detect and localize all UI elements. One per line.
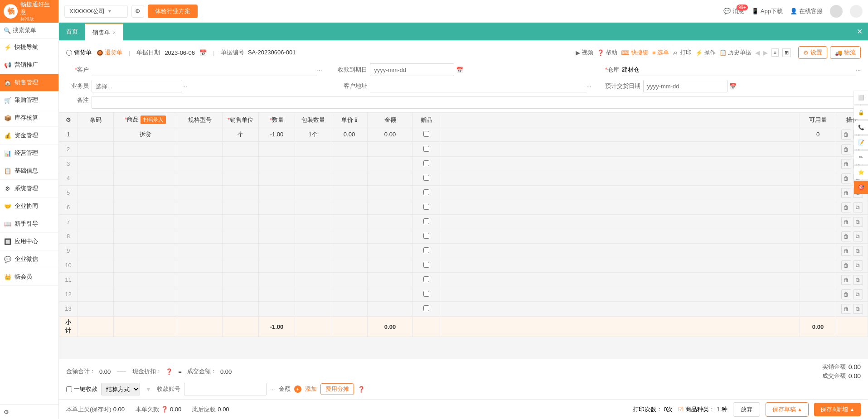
cell-spec-11[interactable] [177, 273, 223, 287]
receipt-date-input[interactable] [370, 63, 454, 76]
cell-unit-12[interactable] [223, 287, 259, 302]
search-menu-item[interactable]: 🔍 搜索菜单 [0, 23, 58, 39]
calendar-icon[interactable]: 📅 [199, 49, 207, 56]
sidebar-item-appstore[interactable]: 🔲 应用中心 [0, 233, 58, 250]
delete-row-btn-1[interactable]: 🗑 [841, 130, 851, 140]
sidebar-item-finance[interactable]: 💰 资金管理 [0, 127, 58, 144]
header-gear-button[interactable]: ⚙ [131, 5, 144, 18]
message-button[interactable]: 💬 消息 99+ [723, 7, 744, 15]
video-btn[interactable]: ▶ 视频 [576, 48, 593, 57]
sidebar-item-guide[interactable]: 📖 新手引导 [0, 215, 58, 233]
operate-btn[interactable]: ⚡ 操作 [695, 48, 716, 57]
cell-product-4[interactable] [114, 171, 177, 186]
cell-gift-2[interactable] [413, 142, 440, 157]
cell-amount-9[interactable] [368, 244, 413, 258]
cell-amount-1[interactable]: 0.00 [368, 127, 413, 142]
cell-barcode-11[interactable] [78, 273, 114, 287]
delivery-calendar-icon[interactable]: 📅 [729, 83, 737, 90]
cell-price-6[interactable] [331, 200, 368, 215]
delete-row-btn-5[interactable]: 🗑 [841, 188, 851, 198]
cell-price-7[interactable] [331, 215, 368, 229]
cell-amount-11[interactable] [368, 273, 413, 287]
delete-row-btn-8[interactable]: 🗑 [841, 231, 851, 241]
cell-barcode-9[interactable] [78, 244, 114, 258]
float-btn-2[interactable]: 🔒 [853, 106, 868, 120]
cell-qty-3[interactable] [259, 157, 295, 171]
cell-pkg-3[interactable] [295, 157, 331, 171]
cell-gift-11[interactable] [413, 273, 440, 287]
question-icon[interactable]: ❓ [165, 368, 173, 375]
cell-spec-12[interactable] [177, 287, 223, 302]
cell-amount-2[interactable] [368, 142, 413, 157]
cell-qty-4[interactable] [259, 171, 295, 186]
cell-spec-1[interactable] [177, 127, 223, 142]
sidebar-item-wechat[interactable]: 💬 企业微信 [0, 250, 58, 268]
cell-qty-12[interactable] [259, 287, 295, 302]
tab-close-icon[interactable]: × [113, 30, 116, 35]
delete-row-btn-10[interactable]: 🗑 [841, 260, 851, 270]
cell-product-3[interactable] [114, 157, 177, 171]
discard-button[interactable]: 放弃 [733, 402, 760, 417]
cell-unit-6[interactable] [223, 200, 259, 215]
cell-gift-6[interactable] [413, 200, 440, 215]
cell-spec-4[interactable] [177, 171, 223, 186]
cell-qty-1[interactable]: -1.00 [259, 127, 295, 142]
account-dots-btn[interactable]: ··· [270, 386, 275, 393]
float-btn-5[interactable]: ✏ [853, 150, 868, 164]
cell-price-11[interactable] [331, 273, 368, 287]
cell-amount-10[interactable] [368, 258, 413, 273]
copy-row-btn-9[interactable]: ⧉ [853, 246, 863, 256]
sidebar-item-marketing[interactable]: 📢 营销推广 [0, 56, 58, 74]
cell-gift-9[interactable] [413, 244, 440, 258]
cell-barcode-10[interactable] [78, 258, 114, 273]
cell-barcode-12[interactable] [78, 287, 114, 302]
cell-pkg-7[interactable] [295, 215, 331, 229]
print-btn[interactable]: 🖨 打印 [673, 48, 692, 57]
cell-qty-11[interactable] [259, 273, 295, 287]
cell-unit-13[interactable] [223, 302, 259, 316]
cell-spec-7[interactable] [177, 215, 223, 229]
customer-input[interactable] [92, 63, 317, 76]
cell-barcode-8[interactable] [78, 229, 114, 244]
cell-amount-12[interactable] [368, 287, 413, 302]
note-input[interactable] [92, 96, 861, 109]
delete-row-btn-3[interactable]: 🗑 [841, 159, 851, 169]
trial-button[interactable]: 体验行业方案 [148, 5, 198, 18]
salesman-dots-button[interactable]: ··· [182, 83, 187, 90]
cell-product-10[interactable] [114, 258, 177, 273]
cell-unit-4[interactable] [223, 171, 259, 186]
receipt-calendar-icon[interactable]: 📅 [456, 67, 463, 73]
select-btn[interactable]: ≡ 选单 [652, 48, 669, 57]
sidebar-item-quick-nav[interactable]: ⚡ 快捷导航 [0, 39, 58, 56]
copy-row-btn-6[interactable]: ⧉ [853, 202, 863, 212]
cell-price-5[interactable] [331, 186, 368, 200]
history-btn[interactable]: 📋 历史单据 [719, 48, 752, 57]
sidebar-item-sales[interactable]: 🏠 销售管理 [0, 74, 58, 92]
cell-qty-6[interactable] [259, 200, 295, 215]
cell-gift-3[interactable] [413, 157, 440, 171]
table-scroll-wrapper[interactable]: ⚙ 条码 *商品 扫码录入 规格型号 *销售单位 *数量 包装数量 单价 ℹ 金… [59, 112, 868, 359]
flow-button[interactable]: 🚚 物流 [830, 46, 861, 59]
cell-product-12[interactable] [114, 287, 177, 302]
cell-qty-5[interactable] [259, 186, 295, 200]
cell-barcode-1[interactable] [78, 127, 114, 142]
delete-row-btn-6[interactable]: 🗑 [841, 202, 851, 212]
cell-spec-3[interactable] [177, 157, 223, 171]
float-btn-1[interactable]: ⬜ [853, 91, 868, 105]
cell-price-4[interactable] [331, 171, 368, 186]
sidebar-item-collab[interactable]: 🤝 企业协同 [0, 197, 58, 215]
cell-spec-8[interactable] [177, 229, 223, 244]
cell-pkg-9[interactable] [295, 244, 331, 258]
delete-row-btn-9[interactable]: 🗑 [841, 246, 851, 256]
cell-product-11[interactable] [114, 273, 177, 287]
fee-split-btn[interactable]: 费用分摊 [320, 383, 354, 395]
cell-qty-13[interactable] [259, 302, 295, 316]
cell-pkg-4[interactable] [295, 171, 331, 186]
cell-amount-5[interactable] [368, 186, 413, 200]
sidebar-settings-btn[interactable]: ⚙ [0, 405, 58, 419]
float-btn-7[interactable]: 🎯 [853, 180, 868, 194]
cell-amount-3[interactable] [368, 157, 413, 171]
cell-gift-8[interactable] [413, 229, 440, 244]
app-download-button[interactable]: 📱 App下载 [752, 7, 783, 15]
tab-home[interactable]: 首页 [59, 23, 85, 41]
